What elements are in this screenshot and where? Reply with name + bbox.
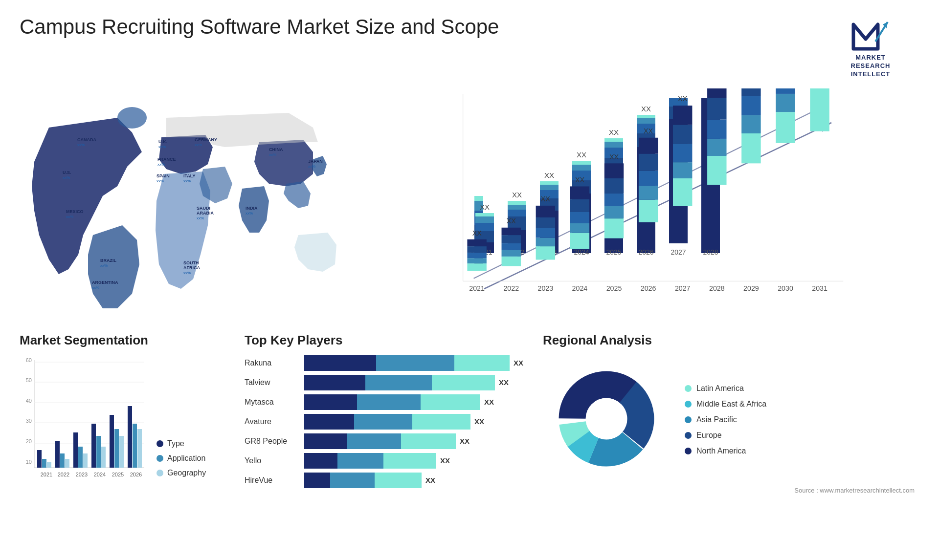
- svg-text:xx%: xx%: [92, 285, 99, 290]
- svg-rect-135: [639, 186, 658, 199]
- player-row-mytasca: Mytasca XX: [245, 394, 523, 410]
- player-bar-wrap-avature: XX: [304, 414, 523, 430]
- svg-rect-200: [114, 429, 119, 468]
- svg-text:2024: 2024: [94, 472, 106, 477]
- segmentation-container: Market Segmentation 60 50 40 30 20 10: [20, 333, 225, 528]
- legend-dot-application: [156, 455, 163, 462]
- svg-text:2022: 2022: [503, 284, 519, 292]
- svg-rect-136: [639, 171, 658, 186]
- svg-rect-116: [536, 217, 555, 228]
- reg-label-europe: Europe: [696, 431, 722, 440]
- svg-rect-115: [536, 228, 555, 238]
- svg-text:2023: 2023: [76, 472, 88, 477]
- player-value-hirevue: XX: [425, 476, 435, 484]
- svg-text:xx%: xx%: [308, 164, 315, 169]
- player-value-rakuna: XX: [514, 359, 523, 367]
- player-name-mytasca: Mytasca: [245, 398, 298, 407]
- svg-text:GERMANY: GERMANY: [195, 137, 217, 142]
- svg-text:U.S.: U.S.: [63, 170, 71, 175]
- svg-rect-201: [119, 436, 124, 468]
- svg-rect-184: [42, 459, 46, 468]
- svg-text:xx%: xx%: [66, 215, 73, 219]
- svg-text:60: 60: [26, 357, 32, 363]
- svg-rect-151: [707, 98, 726, 119]
- svg-rect-157: [741, 96, 760, 115]
- svg-point-212: [586, 398, 627, 439]
- svg-rect-144: [673, 125, 692, 144]
- reg-legend-north-america: North America: [685, 447, 766, 455]
- players-list: Rakuna XX Talview: [245, 355, 523, 488]
- svg-rect-148: [707, 156, 726, 185]
- svg-text:2028: 2028: [709, 284, 725, 292]
- bar-chart-container: XX XX XX 2021 XX 2022: [381, 88, 919, 313]
- svg-text:xx%: xx%: [246, 211, 253, 215]
- svg-rect-102: [467, 246, 486, 253]
- header: Campus Recruiting Software Market Size a…: [0, 0, 939, 84]
- svg-text:XX: XX: [472, 229, 482, 237]
- svg-text:ITALY: ITALY: [183, 173, 196, 178]
- svg-text:xx%: xx%: [156, 179, 164, 183]
- svg-text:2026: 2026: [130, 472, 142, 477]
- svg-text:FRANCE: FRANCE: [157, 157, 176, 162]
- regional-container: Regional Analysis: [543, 333, 919, 528]
- svg-text:xx%: xx%: [63, 175, 70, 180]
- svg-marker-0: [853, 24, 878, 49]
- svg-rect-150: [707, 119, 726, 138]
- svg-text:CANADA: CANADA: [77, 137, 96, 142]
- svg-rect-108: [502, 243, 521, 250]
- player-row-talview: Talview XX: [245, 375, 523, 390]
- legend-label-application: Application: [167, 454, 205, 463]
- svg-text:U.K.: U.K.: [158, 139, 167, 144]
- svg-rect-199: [110, 415, 114, 468]
- svg-rect-155: [741, 133, 760, 163]
- player-bar-wrap-gr8people: XX: [304, 433, 523, 449]
- bar-chart-clean: XX 2021 XX 2022: [381, 88, 919, 313]
- legend-label-geography: Geography: [167, 469, 206, 477]
- player-bar-wrap-yello: XX: [304, 453, 523, 469]
- svg-text:xx%: xx%: [183, 179, 191, 183]
- svg-rect-141: [673, 178, 692, 206]
- legend-geography: Geography: [156, 469, 206, 477]
- svg-text:10: 10: [26, 459, 32, 465]
- reg-label-north-america: North America: [696, 447, 746, 455]
- reg-legend-asia-pacific: Asia Pacific: [685, 415, 766, 424]
- seg-chart-svg: 60 50 40 30 20 10 2021: [20, 355, 147, 492]
- bar-chart-svg: XX 2021 XX 2022: [381, 88, 919, 313]
- svg-rect-121: [570, 223, 589, 233]
- svg-rect-130: [604, 178, 624, 194]
- player-name-yello: Yello: [245, 456, 298, 465]
- regional-title: Regional Analysis: [543, 333, 919, 348]
- svg-text:MEXICO: MEXICO: [66, 209, 84, 214]
- seg-legend: Type Application Geography: [156, 439, 206, 492]
- svg-text:2030: 2030: [778, 284, 793, 292]
- svg-text:xx%: xx%: [100, 263, 108, 268]
- player-bar-wrap-rakuna: XX: [304, 355, 523, 371]
- svg-point-3: [117, 107, 147, 129]
- legend-dot-geography: [156, 470, 163, 476]
- svg-text:SAUDI: SAUDI: [197, 206, 210, 211]
- svg-rect-114: [536, 237, 555, 246]
- svg-rect-113: [536, 246, 555, 259]
- seg-chart-area: 60 50 40 30 20 10 2021: [20, 355, 225, 492]
- svg-text:2022: 2022: [58, 472, 69, 477]
- svg-text:XX: XX: [678, 95, 687, 103]
- svg-rect-188: [60, 453, 65, 468]
- svg-text:BRAZIL: BRAZIL: [100, 258, 116, 263]
- legend-label-type: Type: [167, 439, 184, 448]
- svg-rect-142: [673, 162, 692, 178]
- player-bar-wrap-talview: XX: [304, 375, 523, 390]
- svg-text:SOUTH: SOUTH: [183, 260, 199, 265]
- player-value-yello: XX: [440, 456, 450, 465]
- players-title: Top Key Players: [245, 333, 523, 348]
- svg-text:SPAIN: SPAIN: [156, 173, 170, 178]
- player-name-avature: Avature: [245, 417, 298, 426]
- svg-rect-193: [83, 453, 88, 468]
- reg-label-mea: Middle East & Africa: [696, 400, 766, 409]
- svg-rect-204: [133, 424, 137, 468]
- svg-text:ARGENTINA: ARGENTINA: [92, 280, 118, 285]
- svg-rect-162: [776, 94, 795, 112]
- svg-rect-191: [73, 432, 78, 468]
- bottom-section: Market Segmentation 60 50 40 30 20 10: [0, 333, 939, 528]
- svg-rect-185: [47, 462, 51, 468]
- svg-text:2026: 2026: [641, 284, 656, 292]
